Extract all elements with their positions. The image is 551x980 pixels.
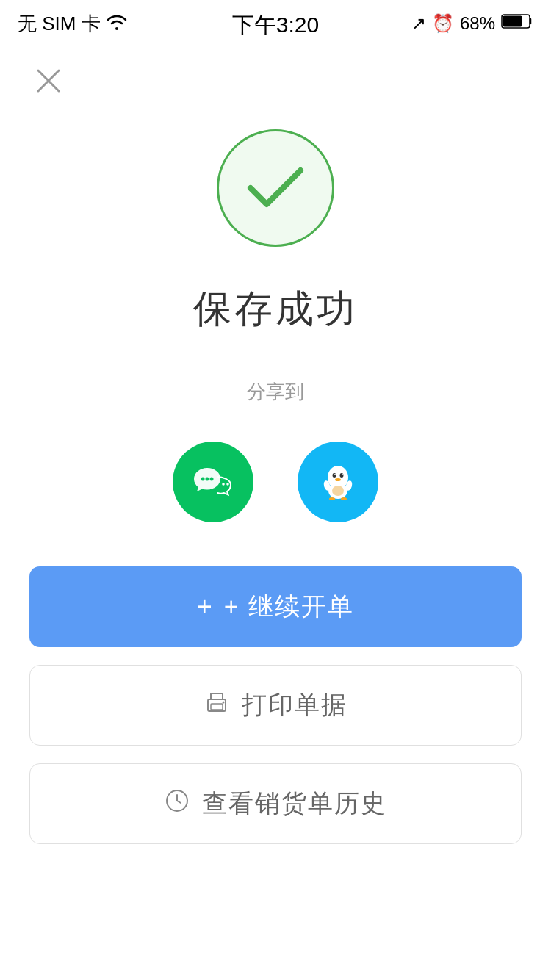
print-label: 打印单据 [242,688,347,722]
battery-text: 68% [460,13,495,34]
print-icon [204,689,230,721]
success-title: 保存成功 [193,284,358,335]
share-label: 分享到 [247,379,304,405]
qq-icon [314,458,361,505]
svg-rect-23 [211,704,223,710]
carrier-text: 无 SIM 卡 [18,11,101,37]
share-icons-row [29,442,522,522]
wifi-icon [107,12,127,35]
svg-point-14 [342,474,343,475]
history-icon [164,788,190,820]
svg-point-5 [201,478,205,481]
print-button[interactable]: 打印单据 [29,665,522,746]
status-right: ↗ ⏰ 68% [411,13,533,34]
close-button[interactable] [29,62,68,100]
history-button[interactable]: 查看销货单历史 [29,763,522,844]
svg-point-6 [206,478,209,481]
svg-rect-1 [503,16,522,27]
svg-point-17 [332,486,344,496]
checkmark-icon [246,166,305,210]
history-label: 查看销货单历史 [202,787,387,821]
divider-line-right [319,392,522,392]
clock-icon [164,788,190,814]
wechat-icon [190,462,237,502]
svg-point-15 [335,478,341,481]
printer-icon [204,689,230,716]
alarm-icon: ⏰ [432,13,454,34]
share-divider: 分享到 [29,379,522,405]
status-left: 无 SIM 卡 [18,11,127,37]
svg-point-7 [210,478,214,481]
svg-point-12 [340,473,344,478]
svg-point-18 [329,497,335,500]
main-content: 保存成功 分享到 [0,47,551,891]
divider-line-left [29,392,232,392]
svg-point-19 [341,497,347,500]
battery-icon [501,13,533,34]
close-button-row [29,62,522,100]
svg-point-13 [334,474,336,475]
continue-icon: + [197,591,212,622]
continue-label: + 继续开单 [224,590,354,624]
svg-point-9 [226,483,229,486]
location-icon: ↗ [411,13,426,34]
continue-button[interactable]: + + 继续开单 [29,566,522,647]
status-bar: 无 SIM 卡 下午3:20 ↗ ⏰ 68% [0,0,551,47]
svg-point-11 [333,473,336,478]
success-circle [217,129,334,247]
status-time: 下午3:20 [232,10,319,40]
close-icon [35,68,62,94]
wechat-share-button[interactable] [173,442,253,522]
qq-share-button[interactable] [298,442,378,522]
svg-point-24 [223,702,225,704]
svg-point-8 [222,483,225,486]
